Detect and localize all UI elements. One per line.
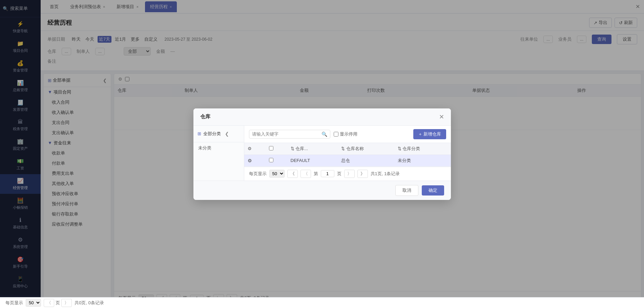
- grid-icon-modal: ⊞: [198, 131, 201, 136]
- modal-title: 仓库: [200, 114, 210, 120]
- taskbar-page-size-label: 每页显示: [5, 300, 23, 306]
- sort-icon-name: ⇅: [341, 146, 345, 151]
- modal-page-input[interactable]: [321, 170, 334, 177]
- modal-sidebar: ⊞ 全部分类 ❮ 未分类: [193, 126, 244, 181]
- modal-header: 仓库 ✕: [193, 108, 451, 126]
- taskbar-page-label: 页: [56, 300, 60, 306]
- show-disabled-checkbox[interactable]: [334, 132, 338, 137]
- gear-icon[interactable]: ⚙: [248, 146, 252, 151]
- modal-page-suffix: 页: [337, 171, 341, 177]
- modal-sidebar-item-unclassified[interactable]: 未分类: [193, 142, 244, 154]
- row-code: DEFAULT: [287, 155, 338, 166]
- modal-table-area: ⚙ ⇅ 仓库... ⇅ 仓库名称: [244, 143, 451, 167]
- row-name: 总仓: [338, 155, 394, 166]
- modal-total-label: 共1页, 1条记录: [371, 171, 400, 177]
- confirm-button[interactable]: 确定: [422, 185, 444, 196]
- col-gear: ⚙: [244, 143, 266, 155]
- taskbar: 每页显示 50 〈 页 〉 共0页, 0条记录: [0, 297, 644, 308]
- warehouse-modal: 仓库 ✕ ⊞ 全部分类 ❮ 未分类 🔍: [193, 108, 451, 200]
- warehouse-table: ⚙ ⇅ 仓库... ⇅ 仓库名称: [244, 143, 451, 167]
- taskbar-total: 共0页, 0条记录: [75, 300, 104, 306]
- modal-last-btn[interactable]: 》: [357, 170, 368, 178]
- modal-page-label: 第: [314, 171, 318, 177]
- modal-page-size-select[interactable]: 50: [269, 170, 285, 178]
- row-gear[interactable]: ⚙: [244, 155, 266, 166]
- modal-body: ⊞ 全部分类 ❮ 未分类 🔍 显示停用 ＋ 新增仓库: [193, 126, 451, 181]
- taskbar-page-size-select[interactable]: 50: [26, 299, 41, 307]
- col-checkbox: [266, 143, 287, 155]
- table-select-all[interactable]: [269, 146, 273, 150]
- col-code: ⇅ 仓库...: [287, 143, 338, 155]
- modal-sidebar-title: 全部分类: [203, 131, 221, 137]
- taskbar-next-btn[interactable]: 〉: [61, 299, 72, 307]
- sort-icon-cat: ⇅: [398, 146, 401, 151]
- add-warehouse-button[interactable]: ＋ 新增仓库: [413, 129, 446, 139]
- taskbar-prev-btn[interactable]: 〈: [44, 299, 54, 307]
- modal-close-icon[interactable]: ✕: [439, 113, 444, 121]
- cancel-button[interactable]: 取消: [395, 185, 418, 196]
- modal-pagination: 每页显示 50 《 〈 第 页 〉 》 共1页, 1条记录: [244, 167, 451, 181]
- modal-first-btn[interactable]: 《: [287, 170, 298, 178]
- row-category: 未分类: [394, 155, 451, 166]
- table-row[interactable]: ⚙ DEFAULT 总仓 未分类: [244, 155, 451, 166]
- sort-icon-code: ⇅: [291, 146, 294, 151]
- col-name: ⇅ 仓库名称: [338, 143, 394, 155]
- modal-sidebar-header: ⊞ 全部分类 ❮: [193, 126, 244, 142]
- modal-search-icon: 🔍: [321, 131, 327, 137]
- show-disabled-label: 显示停用: [334, 131, 357, 137]
- modal-main: 🔍 显示停用 ＋ 新增仓库 ⚙: [244, 126, 451, 181]
- modal-footer: 取消 确定: [193, 181, 451, 200]
- modal-search-box: 🔍: [249, 130, 330, 139]
- modal-prev-btn[interactable]: 〈: [300, 170, 311, 178]
- modal-overlay[interactable]: 仓库 ✕ ⊞ 全部分类 ❮ 未分类 🔍: [0, 0, 644, 308]
- modal-toolbar: 🔍 显示停用 ＋ 新增仓库: [244, 126, 451, 143]
- row-checkbox[interactable]: [266, 155, 287, 166]
- modal-sidebar-collapse-icon[interactable]: ❮: [223, 129, 231, 139]
- modal-page-size-label: 每页显示: [249, 171, 267, 177]
- modal-search-input[interactable]: [252, 131, 321, 137]
- col-category: ⇅ 仓库分类: [394, 143, 451, 155]
- modal-next-btn[interactable]: 〉: [344, 170, 355, 178]
